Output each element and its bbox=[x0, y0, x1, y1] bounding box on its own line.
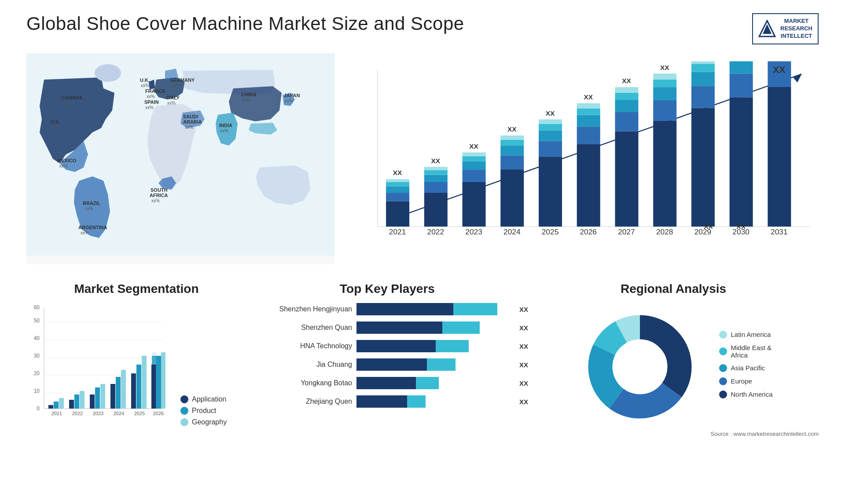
stacked-bar-chart-container: 2021 XX 2022 XX 2023 XX bbox=[352, 53, 819, 264]
svg-text:xx%: xx% bbox=[185, 125, 193, 130]
bar-dark bbox=[356, 303, 453, 315]
svg-text:XX: XX bbox=[546, 109, 555, 117]
svg-rect-93 bbox=[653, 73, 676, 79]
legend-dot-north-america bbox=[719, 391, 727, 398]
segmentation-legend: Application Product Geography bbox=[180, 395, 227, 426]
legend-europe: Europe bbox=[719, 377, 772, 385]
player-row: Shenzhen Quan XX bbox=[264, 321, 511, 334]
player-name: Shenzhen Quan bbox=[264, 324, 352, 332]
svg-rect-79 bbox=[577, 103, 600, 108]
player-value: XX bbox=[519, 361, 528, 368]
svg-point-161 bbox=[613, 340, 667, 394]
svg-rect-78 bbox=[577, 108, 600, 115]
svg-rect-77 bbox=[577, 115, 600, 126]
svg-text:xx%: xx% bbox=[145, 105, 154, 110]
svg-text:2023: 2023 bbox=[465, 227, 482, 236]
svg-text:JAPAN: JAPAN bbox=[284, 93, 300, 98]
svg-text:INDIA: INDIA bbox=[219, 123, 232, 128]
svg-text:2022: 2022 bbox=[427, 227, 445, 236]
svg-point-3 bbox=[95, 64, 121, 82]
svg-text:2024: 2024 bbox=[114, 411, 124, 416]
svg-text:ARABIA: ARABIA bbox=[183, 119, 202, 124]
svg-rect-69 bbox=[539, 141, 562, 157]
svg-text:xx%: xx% bbox=[147, 94, 155, 99]
svg-text:2031: 2031 bbox=[771, 227, 788, 236]
svg-text:FRANCE: FRANCE bbox=[145, 88, 165, 94]
svg-text:GERMANY: GERMANY bbox=[170, 77, 195, 83]
source-text: Source : www.marketresearchintellect.com bbox=[528, 431, 819, 437]
logo-icon bbox=[758, 20, 776, 37]
svg-text:BRAZIL: BRAZIL bbox=[83, 201, 101, 206]
svg-rect-44 bbox=[386, 179, 409, 182]
svg-text:2028: 2028 bbox=[656, 227, 673, 236]
svg-text:XX: XX bbox=[660, 63, 669, 71]
player-value: XX bbox=[519, 379, 528, 387]
page-container: Global Shoe Cover Machine Market Size an… bbox=[0, 0, 845, 504]
svg-text:xx%: xx% bbox=[220, 128, 228, 133]
svg-rect-127 bbox=[54, 402, 59, 409]
svg-rect-51 bbox=[424, 167, 448, 170]
svg-text:xx%: xx% bbox=[172, 83, 180, 88]
svg-rect-54 bbox=[463, 182, 486, 226]
header: Global Shoe Cover Machine Market Size an… bbox=[26, 13, 819, 44]
svg-rect-71 bbox=[539, 124, 562, 130]
player-value: XX bbox=[519, 305, 528, 313]
svg-text:2023: 2023 bbox=[93, 411, 103, 416]
svg-rect-47 bbox=[424, 193, 448, 226]
svg-text:2027: 2027 bbox=[618, 227, 635, 236]
svg-rect-144 bbox=[142, 356, 147, 409]
svg-rect-140 bbox=[121, 370, 126, 409]
svg-rect-138 bbox=[110, 384, 115, 409]
svg-text:xx%: xx% bbox=[85, 206, 93, 211]
svg-rect-55 bbox=[463, 170, 486, 182]
legend-label-middle-east: Middle East &Africa bbox=[731, 344, 772, 359]
segmentation-title: Market Segmentation bbox=[26, 282, 246, 296]
svg-text:60: 60 bbox=[34, 304, 40, 310]
bottom-section: Market Segmentation 0 10 20 30 40 50 60 bbox=[26, 282, 819, 437]
bar-light bbox=[453, 303, 497, 315]
legend-product: Product bbox=[180, 407, 227, 415]
svg-rect-97 bbox=[691, 86, 715, 108]
regional-title: Regional Analysis bbox=[528, 282, 819, 296]
top-section: CANADA xx% U.S. xx% MEXICO xx% BRAZIL xx… bbox=[26, 53, 819, 264]
svg-rect-154 bbox=[161, 352, 165, 409]
svg-text:CANADA: CANADA bbox=[62, 95, 83, 100]
legend-geography: Geography bbox=[180, 418, 227, 426]
svg-text:XX: XX bbox=[584, 93, 593, 101]
logo: MARKET RESEARCH INTELLECT bbox=[752, 13, 819, 44]
svg-rect-58 bbox=[463, 152, 486, 156]
svg-rect-76 bbox=[577, 126, 600, 144]
svg-text:xx%: xx% bbox=[151, 198, 160, 203]
player-bar-wrap: XX bbox=[356, 303, 511, 315]
svg-rect-72 bbox=[539, 119, 562, 124]
svg-rect-130 bbox=[69, 400, 74, 409]
svg-rect-89 bbox=[653, 121, 676, 226]
svg-text:xx%: xx% bbox=[167, 101, 176, 106]
player-bar-wrap: XX bbox=[356, 377, 511, 389]
svg-text:2026: 2026 bbox=[153, 411, 164, 416]
svg-text:0: 0 bbox=[37, 405, 40, 412]
svg-text:U.S.: U.S. bbox=[51, 119, 60, 124]
svg-rect-70 bbox=[539, 130, 562, 141]
players-list: Shenzhen Hengjinyuan XX Shenzhen Quan bbox=[264, 303, 511, 408]
svg-text:U.K.: U.K. bbox=[140, 77, 150, 83]
svg-text:ARGENTINA: ARGENTINA bbox=[78, 225, 107, 230]
legend-label-latin-america: Latin America bbox=[731, 331, 771, 338]
svg-rect-48 bbox=[424, 182, 448, 193]
svg-text:XX: XX bbox=[431, 157, 441, 164]
svg-rect-103 bbox=[730, 73, 753, 97]
segmentation-chart-svg: 0 10 20 30 40 50 60 bbox=[26, 303, 167, 426]
svg-text:20: 20 bbox=[34, 370, 40, 376]
svg-text:50: 50 bbox=[34, 318, 40, 324]
legend-dot-application bbox=[180, 395, 188, 403]
svg-rect-49 bbox=[424, 175, 448, 182]
svg-rect-68 bbox=[539, 157, 562, 226]
svg-rect-64 bbox=[500, 139, 524, 145]
svg-rect-152 bbox=[151, 365, 156, 409]
regional-panel: Regional Analysis bbox=[528, 282, 819, 437]
legend-dot-middle-east bbox=[719, 347, 727, 355]
player-bar-wrap: XX bbox=[356, 340, 511, 352]
svg-rect-56 bbox=[463, 161, 486, 169]
svg-text:2025: 2025 bbox=[542, 227, 559, 236]
svg-rect-98 bbox=[691, 72, 715, 86]
